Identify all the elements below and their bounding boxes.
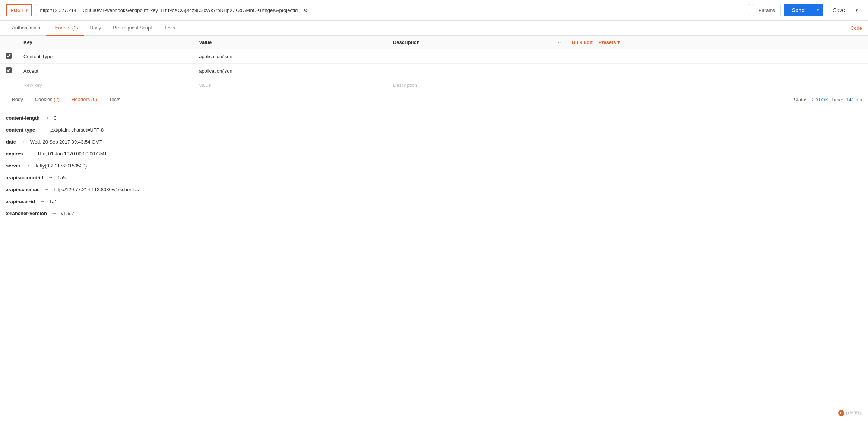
resp-row-date: date → Wed, 20 Sep 2017 09:43:54 GMT — [6, 139, 862, 145]
new-key-placeholder: New key — [23, 82, 42, 88]
resp-row-x-rancher-version: x-rancher-version → v1.6.7 — [6, 210, 862, 216]
table-row: Accept application/json — [0, 64, 868, 78]
send-button[interactable]: Send — [784, 4, 813, 16]
new-description-placeholder: Description — [393, 82, 417, 88]
new-row-value-cell[interactable]: Value — [193, 78, 387, 92]
row1-checkbox-cell — [0, 49, 18, 64]
response-tab-cookies[interactable]: Cookies (2) — [29, 92, 66, 107]
resp-arrow-5: → — [25, 163, 30, 169]
resp-key-x-api-user-id: x-api-user-id — [6, 199, 35, 204]
row2-value[interactable]: application/json — [193, 64, 387, 78]
row2-description[interactable] — [387, 64, 552, 78]
col-header-value: Value — [193, 36, 387, 49]
resp-arrow-9: → — [51, 210, 57, 216]
resp-key-expires: expires — [6, 151, 23, 157]
new-value-placeholder: Value — [199, 82, 211, 88]
new-header-row: New key Value Description — [0, 78, 868, 92]
tab-prerequest[interactable]: Pre-request Script — [107, 21, 158, 36]
row1-description[interactable] — [387, 49, 552, 64]
resp-val-x-rancher-version: v1.6.7 — [61, 211, 74, 216]
resp-key-x-api-schemas: x-api-schemas — [6, 187, 39, 192]
tab-authorization[interactable]: Authorization — [6, 21, 46, 36]
tab-body[interactable]: Body — [84, 21, 107, 36]
send-button-group: Send ▾ — [784, 4, 823, 16]
response-tab-tests[interactable]: Tests — [103, 92, 126, 107]
resp-val-x-api-account-id: 1a5 — [57, 175, 66, 180]
resp-val-x-api-schemas: http://120.77.214.113:8080/v1/schemas — [54, 187, 139, 192]
resp-row-x-api-account-id: x-api-account-id → 1a5 — [6, 174, 862, 180]
method-dropdown[interactable]: POST ▾ — [6, 4, 32, 16]
time-label: Time: — [831, 97, 843, 103]
resp-arrow-1: → — [44, 115, 49, 121]
resp-key-date: date — [6, 139, 16, 145]
params-button[interactable]: Params — [753, 4, 781, 16]
presets-link[interactable]: Presets ▾ — [599, 40, 620, 45]
col-header-key: Key — [18, 36, 193, 49]
resp-val-x-api-user-id: 1a1 — [49, 199, 57, 204]
resp-key-x-rancher-version: x-rancher-version — [6, 211, 47, 216]
resp-key-content-type: content-type — [6, 127, 35, 133]
resp-val-expires: Thu, 01 Jan 1970 00:00:00 GMT — [37, 151, 107, 157]
new-row-description-cell[interactable]: Description — [387, 78, 552, 92]
save-chevron-button[interactable]: ▾ — [852, 4, 862, 16]
resp-row-content-length: content-length → 0 — [6, 115, 862, 121]
resp-arrow-7: → — [44, 186, 49, 192]
resp-val-content-type: text/plain; charset=UTF-8 — [49, 127, 104, 133]
row2-actions — [552, 64, 868, 78]
resp-arrow-6: → — [48, 174, 53, 180]
url-input[interactable] — [35, 4, 750, 16]
resp-val-date: Wed, 20 Sep 2017 09:43:54 GMT — [30, 139, 102, 145]
method-chevron: ▾ — [26, 8, 28, 12]
save-button[interactable]: Save — [826, 4, 852, 16]
send-chevron-button[interactable]: ▾ — [813, 4, 823, 16]
resp-arrow-4: → — [28, 151, 33, 157]
bulk-edit-link[interactable]: Bulk Edit — [572, 40, 593, 45]
resp-val-server: Jetty(9.2.11.v20150529) — [35, 163, 87, 169]
more-dots[interactable]: ··· — [558, 40, 564, 45]
status-value: 200 OK — [812, 97, 828, 103]
row2-key[interactable]: Accept — [18, 64, 193, 78]
row1-key[interactable]: Content-Type — [18, 49, 193, 64]
new-row-checkbox-cell — [0, 78, 18, 92]
resp-key-x-api-account-id: x-api-account-id — [6, 175, 43, 180]
response-meta: Status: 200 OK Time: 141 ms — [794, 97, 862, 103]
table-row: Content-Type application/json — [0, 49, 868, 64]
resp-val-content-length: 0 — [54, 115, 56, 121]
resp-key-content-length: content-length — [6, 115, 39, 121]
response-tab-nav: Body Cookies (2) Headers (9) Tests Statu… — [0, 92, 868, 107]
response-tab-headers[interactable]: Headers (9) — [66, 92, 103, 107]
resp-arrow-8: → — [39, 198, 45, 204]
resp-row-x-api-user-id: x-api-user-id → 1a1 — [6, 198, 862, 204]
col-header-checkbox — [0, 36, 18, 49]
row1-checkbox[interactable] — [6, 53, 12, 59]
time-value: 141 ms — [846, 97, 862, 103]
resp-row-content-type: content-type → text/plain; charset=UTF-8 — [6, 127, 862, 133]
row2-checkbox-cell — [0, 64, 18, 78]
headers-table: Key Value Description ··· Bulk Edit Pres… — [0, 36, 868, 92]
code-link[interactable]: Code — [850, 25, 862, 31]
resp-arrow-3: → — [20, 139, 26, 145]
resp-key-server: server — [6, 163, 20, 169]
row1-value[interactable]: application/json — [193, 49, 387, 64]
top-bar: POST ▾ Params Send ▾ Save ▾ — [0, 0, 868, 21]
response-tab-body[interactable]: Body — [6, 92, 29, 107]
col-header-actions: ··· Bulk Edit Presets ▾ — [552, 36, 868, 49]
response-section: Body Cookies (2) Headers (9) Tests Statu… — [0, 92, 868, 230]
resp-row-server: server → Jetty(9.2.11.v20150529) — [6, 163, 862, 169]
status-label: Status: — [794, 97, 809, 103]
tab-headers[interactable]: Headers (2) — [46, 21, 84, 36]
row1-actions — [552, 49, 868, 64]
new-row-key-cell[interactable]: New key — [18, 78, 193, 92]
response-content: content-length → 0 content-type → text/p… — [0, 107, 868, 230]
method-label: POST — [10, 7, 23, 13]
new-row-actions — [552, 78, 868, 92]
resp-arrow-2: → — [39, 127, 45, 133]
row2-checkbox[interactable] — [6, 67, 12, 73]
resp-row-x-api-schemas: x-api-schemas → http://120.77.214.113:80… — [6, 186, 862, 192]
resp-row-expires: expires → Thu, 01 Jan 1970 00:00:00 GMT — [6, 151, 862, 157]
save-button-group: Save ▾ — [826, 4, 862, 16]
col-header-description: Description — [387, 36, 552, 49]
request-tab-nav: Authorization Headers (2) Body Pre-reque… — [0, 21, 868, 36]
tab-tests[interactable]: Tests — [158, 21, 181, 36]
